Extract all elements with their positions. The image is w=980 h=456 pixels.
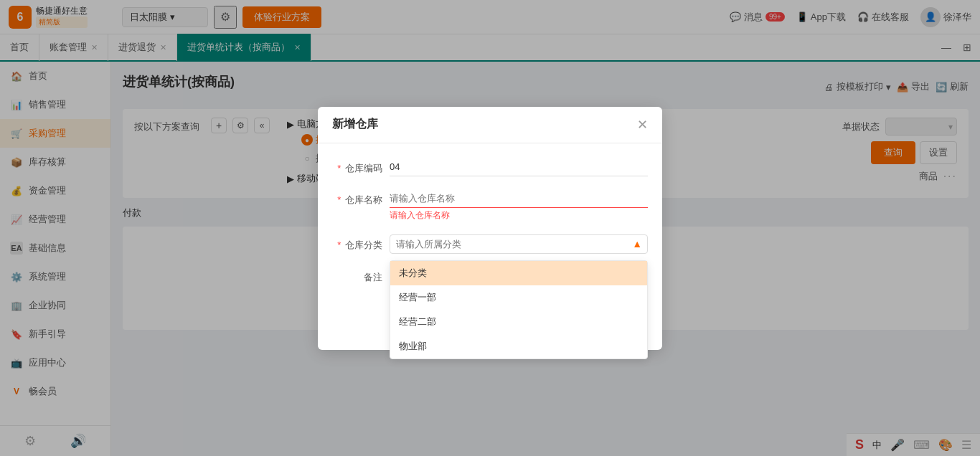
category-input[interactable] <box>390 234 648 254</box>
modal-body: * 仓库编码 * 仓库名称 请输入仓库名称 <box>318 143 662 305</box>
name-label: * 仓库名称 <box>332 189 390 206</box>
add-warehouse-modal: 新增仓库 ✕ * 仓库编码 * 仓库名称 <box>318 107 662 350</box>
notes-label: 备注 <box>332 267 390 284</box>
form-row-name: * 仓库名称 请输入仓库名称 <box>332 189 648 222</box>
code-label: * 仓库编码 <box>332 158 390 175</box>
form-row-category: * 仓库分类 ▲ 未分类 经营一部 经营二部 物业部 <box>332 234 648 254</box>
dropdown-item-ops1[interactable]: 经营一部 <box>390 285 647 310</box>
code-input[interactable] <box>390 158 648 176</box>
name-input[interactable] <box>390 189 648 208</box>
modal-title: 新增仓库 <box>332 117 378 132</box>
name-error-msg: 请输入仓库名称 <box>390 209 648 222</box>
category-control-wrap: ▲ 未分类 经营一部 经营二部 物业部 <box>390 234 648 254</box>
form-row-code: * 仓库编码 <box>332 158 648 176</box>
category-label: * 仓库分类 <box>332 234 390 252</box>
modal-overlay: 新增仓库 ✕ * 仓库编码 * 仓库名称 <box>0 0 980 456</box>
category-dropdown: 未分类 经营一部 经营二部 物业部 <box>390 260 648 359</box>
dropdown-item-uncategorized[interactable]: 未分类 <box>390 261 647 285</box>
modal-close-button[interactable]: ✕ <box>637 117 648 133</box>
dropdown-item-property[interactable]: 物业部 <box>390 334 647 358</box>
category-select-wrap: ▲ <box>390 234 648 254</box>
name-control-wrap: 请输入仓库名称 <box>390 189 648 222</box>
modal-header: 新增仓库 ✕ <box>318 107 662 143</box>
dropdown-item-ops2[interactable]: 经营二部 <box>390 310 647 334</box>
code-control-wrap <box>390 158 648 176</box>
